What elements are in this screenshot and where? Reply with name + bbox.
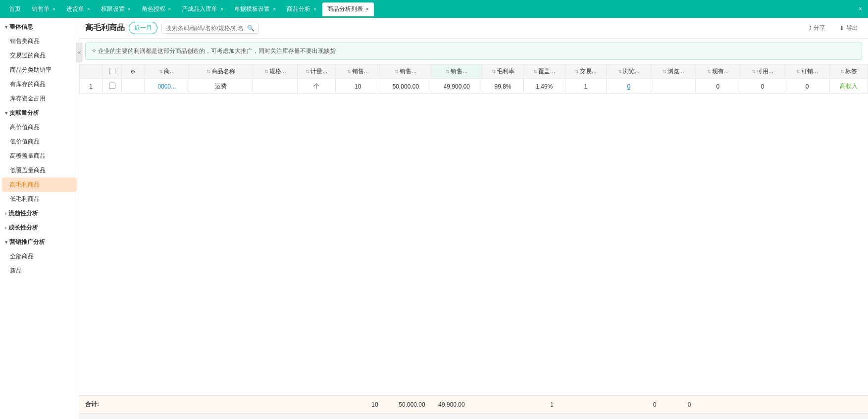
- footer-tag-cell: [741, 401, 771, 408]
- row-browse1[interactable]: 0: [607, 79, 651, 94]
- export-button[interactable]: ⬇ 导出: [835, 22, 862, 34]
- footer-total-row: 合计: 10 50,000.00 49,900.00: [79, 395, 868, 413]
- horizontal-scrollbar[interactable]: [79, 413, 868, 419]
- sidebar-group-contribution[interactable]: ▾ 贡献量分析: [0, 106, 79, 120]
- window-close-icon[interactable]: ×: [859, 5, 862, 12]
- row-coverage: 1.49%: [523, 79, 565, 94]
- col-sku-header[interactable]: ⇅ 商...: [145, 64, 189, 79]
- close-product-analysis[interactable]: ×: [313, 6, 316, 12]
- sidebar-item-category-rate[interactable]: 商品分类助销率: [0, 63, 79, 77]
- sidebar-item-stock-capital[interactable]: 库存资金占用: [0, 92, 79, 106]
- nav-roles[interactable]: 角色授权 ×: [137, 2, 176, 16]
- row-stock2: 0: [740, 79, 785, 94]
- nav-home[interactable]: 首页: [4, 2, 26, 16]
- nav-permissions[interactable]: 权限设置 ×: [96, 2, 136, 16]
- col-browse2-header[interactable]: ⇅ 浏览...: [651, 64, 696, 79]
- nav-template-settings[interactable]: 单据模板设置 ×: [229, 2, 281, 16]
- footer-unit-cell: [328, 401, 357, 408]
- footer-stock1-cell: 0: [637, 401, 672, 408]
- sort-icon: ⇅: [159, 69, 163, 74]
- col-stock2-header[interactable]: ⇅ 可用...: [740, 64, 785, 79]
- sidebar-item-high-coverage[interactable]: 高覆盖量商品: [0, 149, 79, 163]
- sort-icon: ⇅: [618, 69, 622, 74]
- page-title: 高毛利商品: [85, 23, 125, 33]
- arrow-trend: ›: [5, 211, 6, 216]
- col-sales1-header[interactable]: ⇅ 销售...: [336, 64, 380, 79]
- sidebar-collapse-button[interactable]: «: [76, 43, 83, 62]
- sort-icon: ⇅: [347, 69, 351, 74]
- col-checkbox-header[interactable]: [102, 64, 122, 79]
- col-coverage-header[interactable]: ⇅ 覆盖...: [523, 64, 565, 79]
- arrow-overall: ▾: [5, 24, 7, 30]
- search-icon[interactable]: 🔍: [247, 25, 255, 32]
- sort-icon: ⇅: [663, 69, 666, 74]
- nav-sales-order[interactable]: 销售单 ×: [27, 2, 60, 16]
- col-sales3-header[interactable]: ⇅ 销售...: [431, 64, 482, 79]
- share-button[interactable]: ⤴ 分享: [805, 22, 829, 34]
- close-permissions[interactable]: ×: [128, 6, 131, 12]
- footer-sales2-cell: 50,000.00: [392, 401, 432, 408]
- footer-spec-cell: [293, 401, 328, 408]
- col-tag-header[interactable]: ⇅ 标签: [829, 64, 868, 79]
- arrow-marketing: ▾: [5, 239, 7, 245]
- close-template-settings[interactable]: ×: [273, 6, 276, 12]
- export-icon: ⬇: [839, 25, 844, 32]
- sidebar-item-high-value[interactable]: 高价值商品: [0, 120, 79, 135]
- row-checkbox[interactable]: [102, 79, 122, 94]
- row-sku[interactable]: 0000...: [145, 79, 189, 94]
- sidebar-item-low-value[interactable]: 低价值商品: [0, 135, 79, 149]
- sidebar-item-new-goods[interactable]: 新品: [0, 264, 79, 278]
- content-area: 高毛利商品 近一月 🔍 ⤴ 分享 ⬇ 导出 ✧ 企业的主要的利润都是这部分商品创…: [79, 18, 868, 419]
- col-stock1-header[interactable]: ⇅ 现有...: [696, 64, 740, 79]
- row-sales3: 49,900.00: [431, 79, 482, 94]
- sidebar-group-marketing[interactable]: ▾ 营销推广分析: [0, 235, 79, 249]
- sort-icon: ⇅: [840, 69, 844, 74]
- col-index-header: [80, 64, 102, 79]
- search-input[interactable]: [166, 25, 245, 32]
- sidebar-item-high-margin[interactable]: 高毛利商品: [2, 178, 77, 192]
- sort-icon: ⇅: [533, 69, 537, 74]
- close-purchase-order[interactable]: ×: [87, 6, 90, 12]
- sidebar-item-low-coverage[interactable]: 低覆盖量商品: [0, 163, 79, 178]
- nav-purchase-order[interactable]: 进货单 ×: [61, 2, 95, 16]
- nav-product-analysis[interactable]: 商品分析 ×: [282, 2, 321, 16]
- table-row: 1 0000... 运费 个 10 50,000.00 49,900.00 99…: [80, 79, 868, 94]
- info-banner: ✧ 企业的主要的利润都是这部分商品创造的，可考虑加大推广，同时关注库存量不要出现…: [85, 43, 862, 60]
- col-gear-header[interactable]: ⚙: [121, 64, 144, 79]
- nav-product-instock[interactable]: 产成品入库单 ×: [177, 2, 228, 16]
- close-roles[interactable]: ×: [168, 6, 171, 12]
- sidebar-item-instock-goods[interactable]: 有库存的商品: [0, 77, 79, 92]
- product-table: ⚙ ⇅ 商... ⇅ 商品名称: [79, 64, 868, 94]
- row-select-checkbox[interactable]: [109, 83, 115, 89]
- nav-product-analysis-list[interactable]: 商品分析列表 ×: [322, 2, 374, 16]
- col-name-header[interactable]: ⇅ 商品名称: [189, 64, 253, 79]
- footer-sales3-cell: 49,900.00: [432, 401, 471, 408]
- row-stock3: 0: [785, 79, 829, 94]
- close-product-analysis-list[interactable]: ×: [366, 6, 369, 12]
- sidebar-item-low-margin[interactable]: 低毛利商品: [0, 192, 79, 206]
- gear-icon[interactable]: ⚙: [130, 68, 136, 75]
- data-table-container[interactable]: ⚙ ⇅ 商... ⇅ 商品名称: [79, 64, 868, 395]
- col-unit-header[interactable]: ⇅ 计量...: [298, 64, 336, 79]
- footer-coverage-cell: [504, 401, 536, 408]
- col-spec-header[interactable]: ⇅ 规格...: [253, 64, 298, 79]
- col-margin-header[interactable]: ⇅ 毛利率: [482, 64, 524, 79]
- filter-period-button[interactable]: 近一月: [129, 22, 157, 34]
- select-all-checkbox[interactable]: [109, 68, 115, 74]
- footer-cells: 10 50,000.00 49,900.00 1 0 0: [158, 401, 868, 408]
- sidebar-item-all-goods[interactable]: 全部商品: [0, 249, 79, 264]
- sidebar-group-trend[interactable]: › 流趋性分析: [0, 206, 79, 221]
- col-trade-header[interactable]: ⇅ 交易...: [565, 64, 607, 79]
- row-tag: 高收入: [829, 79, 868, 94]
- close-product-instock[interactable]: ×: [220, 6, 223, 12]
- sidebar-item-sales-goods[interactable]: 销售类商品: [0, 34, 79, 48]
- sidebar-group-overall[interactable]: ▾ 整体信息: [0, 20, 79, 34]
- col-browse1-header[interactable]: ⇅ 浏览...: [607, 64, 651, 79]
- footer-gear-cell: [191, 401, 209, 408]
- close-sales-order[interactable]: ×: [52, 6, 55, 12]
- col-stock3-header[interactable]: ⇅ 可销...: [785, 64, 829, 79]
- header-actions: ⤴ 分享 ⬇ 导出: [805, 22, 862, 34]
- sidebar-item-traded-goods[interactable]: 交易过的商品: [0, 48, 79, 63]
- sidebar-group-growth[interactable]: › 成长性分析: [0, 221, 79, 235]
- col-sales2-header[interactable]: ⇅ 销售...: [380, 64, 431, 79]
